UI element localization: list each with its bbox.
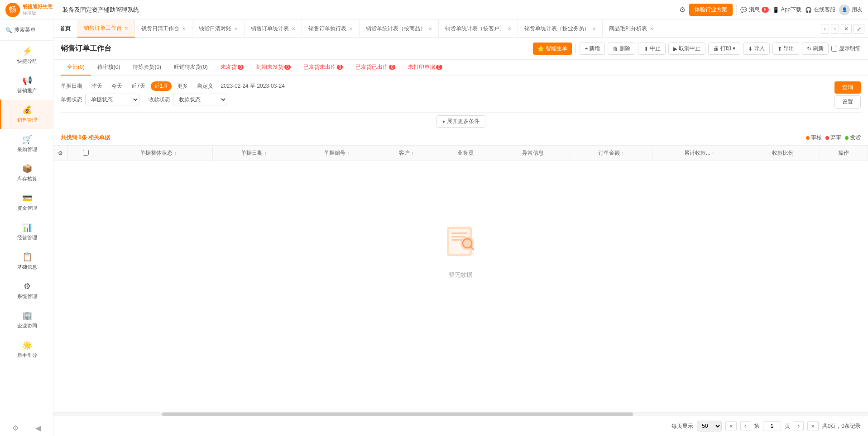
horizontal-scrollbar[interactable] xyxy=(53,412,868,416)
tab-close-stats-staff[interactable]: ✕ xyxy=(592,26,596,31)
sidebar-item-quick-nav[interactable]: ⚡ 快捷导航 xyxy=(0,41,53,70)
tab-sales-exec-table[interactable]: 销售订单执行表 ✕ xyxy=(302,20,360,37)
sidebar-item-inventory[interactable]: 📦 库存核算 xyxy=(0,158,53,188)
sidebar-item-enterprise[interactable]: 🏢 企业协同 xyxy=(0,305,53,335)
col-checkbox[interactable] xyxy=(68,146,104,161)
date-today-btn[interactable]: 今天 xyxy=(108,81,126,91)
filter-payment-select[interactable]: 收款状态 xyxy=(173,94,227,105)
sub-tab-not-shipped[interactable]: 未发货0 xyxy=(214,60,250,76)
tab-close-stats-customer[interactable]: ✕ xyxy=(508,26,511,31)
import-btn[interactable]: ⬇ 导入 xyxy=(743,43,770,55)
scrollbar-thumb[interactable] xyxy=(162,412,633,416)
tab-close-all[interactable]: ✕ xyxy=(841,24,852,34)
last-page-btn[interactable]: » xyxy=(807,421,819,431)
tab-product-margin[interactable]: 商品毛利分析表 ✕ xyxy=(603,20,660,37)
tab-home[interactable]: 首页 xyxy=(53,20,77,37)
add-btn[interactable]: + 新增 xyxy=(580,43,605,55)
sidebar-settings-btn[interactable]: ⚙ xyxy=(12,424,19,432)
sidebar-search[interactable]: 🔍 搜索菜单 xyxy=(0,20,53,41)
sidebar-item-basic[interactable]: 📋 基础信息 xyxy=(0,246,53,276)
sub-tab-wangpu-pending-ship[interactable]: 旺铺待发货(0) xyxy=(168,60,214,76)
col-number[interactable]: 单据编号 ↕ xyxy=(295,146,378,161)
review-action-btn[interactable]: 审核 xyxy=(806,134,822,142)
query-btn[interactable]: 查询 xyxy=(834,81,861,94)
tab-cash-reconcile[interactable]: 钱货日清对账 ✕ xyxy=(192,20,245,37)
pause-btn[interactable]: ⏸ 中止 xyxy=(638,43,666,55)
expand-more-btn[interactable]: ▾ 展开更多条件 xyxy=(436,115,485,128)
tab-sales-stats-table[interactable]: 销售订单统计表 ✕ xyxy=(245,20,302,37)
tab-close-sales-exec[interactable]: ✕ xyxy=(349,26,353,31)
col-date[interactable]: 单据日期 ↕ xyxy=(212,146,295,161)
smart-create-btn[interactable]: ⭐ 智能生单 xyxy=(533,43,572,55)
sub-tab-overdue-not-shipped[interactable]: 到期未发货0 xyxy=(250,60,297,76)
sub-tab-shipped-not-out[interactable]: 已发货未出库0 xyxy=(297,60,350,76)
sidebar-item-marketing[interactable]: 📢 营销推广 xyxy=(0,70,53,100)
first-page-btn[interactable]: « xyxy=(725,421,737,431)
refresh-btn[interactable]: ↻ 刷新 xyxy=(802,43,829,55)
user-nav[interactable]: 👤 用友 xyxy=(839,5,863,15)
page-input[interactable] xyxy=(763,421,781,431)
online-service-nav[interactable]: 🎧 在线客服 xyxy=(805,6,835,14)
date-more-btn[interactable]: 更多 xyxy=(173,81,192,91)
print-btn[interactable]: 🖨 打印 ▾ xyxy=(708,43,740,55)
sub-tab-all[interactable]: 全部(0) xyxy=(61,60,91,76)
tab-close-cash-daily[interactable]: ✕ xyxy=(182,26,186,31)
col-ratio[interactable]: 收款比例 xyxy=(746,146,820,161)
sidebar-item-operations[interactable]: 📊 经营管理 xyxy=(0,217,53,246)
tab-close-margin[interactable]: ✕ xyxy=(650,26,653,31)
export-btn[interactable]: ⬆ 导出 xyxy=(772,43,799,55)
col-status[interactable]: 单据整体状态 ↕ xyxy=(104,146,212,161)
tab-scroll-left[interactable]: ‹ xyxy=(821,24,829,34)
set-btn[interactable]: 设置 xyxy=(834,95,861,109)
sub-tab-pending-inspect[interactable]: 待拣验货(0) xyxy=(126,60,168,76)
per-page-select[interactable]: 50 10 20 100 xyxy=(697,421,722,431)
tab-sales-single-stats-staff[interactable]: 销货单统计表（按业务员） ✕ xyxy=(518,20,603,37)
show-detail-checkbox[interactable] xyxy=(831,46,837,52)
sidebar-item-system[interactable]: ⚙ 系统管理 xyxy=(0,276,53,305)
sidebar-item-sales[interactable]: 💰 销售管理 xyxy=(0,100,53,129)
tab-maximize[interactable]: ⤢ xyxy=(854,24,864,34)
col-amount[interactable]: 订单金额 ↕ xyxy=(570,146,652,161)
tab-close-sales-stats[interactable]: ✕ xyxy=(292,26,295,31)
sidebar-item-guide[interactable]: 🌟 新手引导 xyxy=(0,335,53,364)
search-menu-btn[interactable]: 🔍 搜索菜单 xyxy=(4,24,49,36)
sub-tab-pending-review[interactable]: 待审核(0) xyxy=(91,60,127,76)
message-nav[interactable]: 💬 消息 6 xyxy=(740,6,769,14)
tab-cash-daily[interactable]: 钱货日清工作台 ✕ xyxy=(135,20,192,37)
filter-status-select[interactable]: 单据状态 xyxy=(85,94,139,105)
sub-tab-shipped-out[interactable]: 已发货已出库0 xyxy=(349,60,402,76)
date-7days-btn[interactable]: 近7天 xyxy=(128,81,149,91)
ship-action-btn[interactable]: 发货 xyxy=(845,134,861,142)
col-settings[interactable]: ⚙ xyxy=(53,146,68,161)
tab-close-cash-reconcile[interactable]: ✕ xyxy=(234,26,238,31)
col-operation[interactable]: 操作 xyxy=(820,146,868,161)
app-download-nav[interactable]: 📱 App下载 xyxy=(772,6,801,14)
col-exception[interactable]: 异常信息 xyxy=(496,146,570,161)
show-detail-label[interactable]: 显示明细 xyxy=(831,45,861,52)
settings-icon[interactable]: ⚙ xyxy=(679,5,686,14)
tab-sales-single-stats-product[interactable]: 销货单统计表（按商品） ✕ xyxy=(360,20,439,37)
table-scroll-container[interactable]: ⚙ 单据整体状态 ↕ xyxy=(53,146,868,333)
prev-page-btn[interactable]: ‹ xyxy=(740,421,750,431)
cancel-review-action-btn[interactable]: 弃审 xyxy=(825,134,841,142)
tab-scroll-right[interactable]: › xyxy=(831,24,839,34)
tab-sales-single-stats-customer[interactable]: 销货单统计表（按客户） ✕ xyxy=(439,20,518,37)
date-custom-btn[interactable]: 自定义 xyxy=(193,81,217,91)
sidebar-collapse-btn[interactable]: ◀ xyxy=(35,424,41,432)
industry-btn[interactable]: 体验行业方案 xyxy=(689,4,733,16)
delete-btn[interactable]: 🗑 删除 xyxy=(608,43,635,55)
sidebar-item-finance[interactable]: 💳 资金管理 xyxy=(0,188,53,217)
sub-tab-not-printed[interactable]: 未打印单据0 xyxy=(402,60,449,76)
tab-close-stats-product[interactable]: ✕ xyxy=(428,26,432,31)
sidebar-item-purchase[interactable]: 🛒 采购管理 xyxy=(0,129,53,158)
next-page-btn[interactable]: › xyxy=(794,421,804,431)
date-1month-btn[interactable]: 近1月 xyxy=(151,81,172,91)
select-all-checkbox[interactable] xyxy=(83,150,89,156)
tab-close-sales-workbench[interactable]: ✕ xyxy=(125,26,128,31)
col-customer[interactable]: 客户 ↕ xyxy=(378,146,435,161)
date-yesterday-btn[interactable]: 昨天 xyxy=(88,81,106,91)
col-salesperson[interactable]: 业务员 xyxy=(435,146,496,161)
tab-sales-workbench[interactable]: 销售订单工作台 ✕ xyxy=(77,20,135,38)
cancel-pause-btn[interactable]: ▶ 取消中止 xyxy=(668,43,705,55)
col-received[interactable]: 累计收款... ↕ xyxy=(652,146,746,161)
